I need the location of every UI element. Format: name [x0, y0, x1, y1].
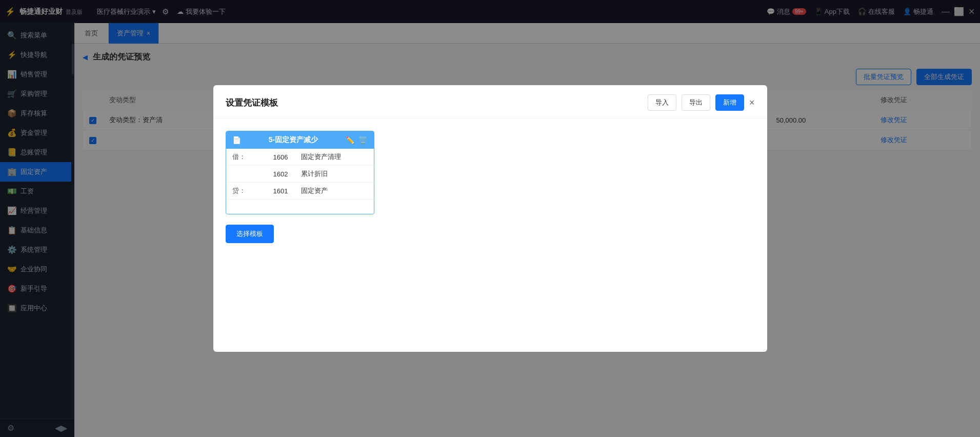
- entry2-debit: [348, 166, 361, 183]
- template-card-title: 5-固定资产减少: [269, 135, 318, 145]
- template-card-body: 借： 1606 固定资产清理 1602 累计折旧: [226, 149, 374, 214]
- entry3-credit: [361, 183, 374, 200]
- modal-title: 设置凭证模板: [226, 97, 278, 109]
- export-btn[interactable]: 导出: [682, 94, 710, 111]
- select-template-btn-wrapper: 选择模板: [226, 225, 755, 243]
- modal-body: 📄 5-固定资产减少 ✏️ 🗑️ 借： 1606 固定资产清理: [213, 118, 767, 352]
- entry1-credit: [361, 149, 374, 166]
- entry3-type: 贷：: [226, 183, 267, 200]
- modal-toolbar: 导入 导出 新增 ×: [648, 94, 755, 111]
- template-delete-icon[interactable]: 🗑️: [358, 136, 367, 144]
- template-card-header: 📄 5-固定资产减少 ✏️ 🗑️: [226, 131, 374, 149]
- entry2-name: 累计折旧: [295, 166, 349, 183]
- template-edit-icon[interactable]: ✏️: [346, 136, 354, 144]
- template-entries-table: 借： 1606 固定资产清理 1602 累计折旧: [226, 149, 374, 214]
- modal-overlay: 设置凭证模板 导入 导出 新增 × 📄 5-固定资产减少 ✏️ 🗑️: [0, 0, 980, 437]
- entry3-name: 固定资产: [295, 183, 349, 200]
- import-btn[interactable]: 导入: [648, 94, 676, 111]
- entry3-debit: [348, 183, 361, 200]
- entry1-type: 借：: [226, 149, 267, 166]
- entry1-name: 固定资产清理: [295, 149, 349, 166]
- entry2-code: 1602: [267, 166, 295, 183]
- template-entry-row: 1602 累计折旧: [226, 166, 374, 183]
- entry1-debit: [348, 149, 361, 166]
- template-card-icon: 📄: [232, 136, 241, 144]
- modal-close-btn[interactable]: ×: [749, 94, 755, 111]
- select-template-btn[interactable]: 选择模板: [226, 225, 274, 243]
- template-entry-row: 贷： 1601 固定资产: [226, 183, 374, 200]
- template-card-actions: ✏️ 🗑️: [346, 136, 367, 144]
- new-template-btn[interactable]: 新增: [715, 94, 744, 111]
- modal-header: 设置凭证模板 导入 导出 新增 ×: [213, 85, 767, 118]
- template-empty-row: [226, 200, 374, 214]
- template-entry-row: 借： 1606 固定资产清理: [226, 149, 374, 166]
- entry2-type: [226, 166, 267, 183]
- modal-set-template: 设置凭证模板 导入 导出 新增 × 📄 5-固定资产减少 ✏️ 🗑️: [213, 85, 767, 352]
- template-card: 📄 5-固定资产减少 ✏️ 🗑️ 借： 1606 固定资产清理: [226, 131, 374, 214]
- entry2-credit: [361, 166, 374, 183]
- entry3-code: 1601: [267, 183, 295, 200]
- entry1-code: 1606: [267, 149, 295, 166]
